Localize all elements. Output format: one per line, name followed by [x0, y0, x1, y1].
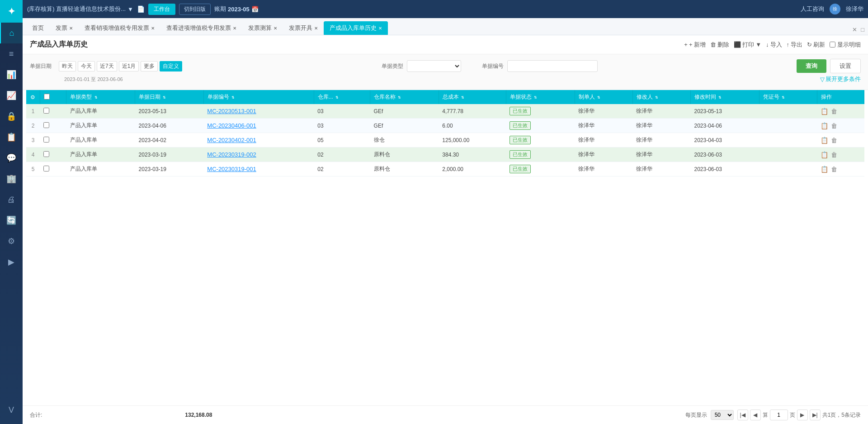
first-page-btn[interactable]: |◀	[737, 410, 748, 420]
doc-type-select[interactable]	[407, 60, 461, 72]
edit-icon-4[interactable]: 📋	[821, 151, 828, 158]
sidebar-item-version[interactable]: V	[0, 400, 23, 420]
content-area: 产成品入库单历史 + + 新增 🗑 删除 ⬛ 打印 ▼ ↓ 导入	[23, 35, 868, 424]
th-creator[interactable]: 制单人 ⇅	[575, 90, 632, 104]
tab-invoice[interactable]: 发票 ✕	[50, 21, 79, 35]
page-size-select[interactable]: 50 100	[711, 410, 734, 420]
row-no-5[interactable]: MC-20230319-001	[203, 162, 314, 176]
delete-icon-4[interactable]: 🗑	[831, 151, 837, 158]
th-modifier[interactable]: 修改人 ⇅	[632, 90, 690, 104]
tab-product-history-close[interactable]: ✕	[378, 26, 382, 31]
row-checkbox-4[interactable]	[40, 148, 66, 162]
row-num-5: 5	[26, 162, 40, 176]
next-page-btn[interactable]: ▶	[797, 410, 808, 420]
show-detail-checkbox[interactable]: 显示明细	[830, 41, 861, 49]
th-checkbox[interactable]	[40, 90, 66, 104]
th-voucher-no[interactable]: 凭证号 ⇅	[759, 90, 817, 104]
row-checkbox-1[interactable]	[40, 104, 66, 119]
sidebar-item-list[interactable]: 📋	[0, 127, 23, 148]
th-warehouse-name[interactable]: 仓库名称 ⇅	[370, 90, 439, 104]
new-button[interactable]: + + 新增	[684, 41, 706, 49]
th-doc-type[interactable]: 单据类型 ⇅	[66, 90, 135, 104]
workspace-button[interactable]: 工作台	[148, 4, 175, 15]
import-button[interactable]: ↓ 导入	[766, 41, 782, 49]
th-doc-date[interactable]: 单据日期 ⇅	[135, 90, 204, 104]
row-no-3[interactable]: MC-20230402-001	[203, 133, 314, 148]
date-btn-today[interactable]: 今天	[78, 61, 95, 71]
row-creator-2: 徐泽华	[575, 119, 632, 133]
sidebar-item-print[interactable]: 🖨	[0, 189, 23, 210]
header-actions: + + 新增 🗑 删除 ⬛ 打印 ▼ ↓ 导入 ↑	[684, 41, 861, 49]
delete-button[interactable]: 🗑 删除	[710, 41, 729, 49]
date-btn-7days[interactable]: 近7天	[97, 61, 117, 71]
sidebar-item-menu[interactable]: ≡	[0, 43, 23, 64]
last-page-btn[interactable]: ▶|	[810, 410, 821, 420]
sidebar-item-home[interactable]: ⌂	[0, 23, 23, 43]
setting-button[interactable]: 设置	[830, 59, 861, 73]
tab-invoice-calc-close[interactable]: ✕	[274, 26, 277, 31]
row-no-4[interactable]: MC-20230319-002	[203, 148, 314, 162]
tab-invoice-calc[interactable]: 发票测算 ✕	[242, 21, 283, 35]
refresh-button[interactable]: ↻ 刷新	[807, 41, 825, 49]
date-btn-yesterday[interactable]: 昨天	[59, 61, 76, 71]
print-button[interactable]: ⬛ 打印 ▼	[734, 41, 761, 49]
tab-purchase-vat[interactable]: 查看进项增值税专用发票 ✕	[160, 21, 242, 35]
query-button[interactable]: 查询	[797, 59, 826, 73]
row-checkbox-2[interactable]	[40, 119, 66, 133]
delete-icon-3[interactable]: 🗑	[831, 137, 837, 144]
edit-icon-3[interactable]: 📋	[821, 137, 828, 144]
delete-icon-5[interactable]: 🗑	[831, 166, 837, 173]
close-all-tabs-btn[interactable]: ✕	[852, 26, 857, 33]
tab-invoice-issue[interactable]: 发票开具 ✕	[283, 21, 324, 35]
sidebar-item-play[interactable]: ▶	[0, 252, 23, 272]
sidebar-item-chat[interactable]: 💬	[0, 148, 23, 168]
edit-icon-1[interactable]: 📋	[821, 108, 828, 115]
row-checkbox-5[interactable]	[40, 162, 66, 176]
date-btn-custom[interactable]: 自定义	[160, 61, 182, 71]
sidebar-item-lock[interactable]: 🔒	[0, 106, 23, 127]
row-ops-1: 📋 🗑	[817, 104, 864, 119]
row-checkbox-3[interactable]	[40, 133, 66, 148]
tab-home[interactable]: 首页	[26, 21, 50, 35]
sidebar-item-chart[interactable]: 📊	[0, 64, 23, 85]
tab-purchase-vat-close[interactable]: ✕	[233, 26, 236, 31]
tab-sales-vat-close[interactable]: ✕	[151, 26, 155, 31]
sidebar-item-settings[interactable]: ⚙	[0, 231, 23, 252]
expand-more-btn[interactable]: ▽ 展开更多条件	[820, 75, 861, 83]
delete-icon-2[interactable]: 🗑	[831, 122, 837, 129]
tab-invoice-issue-close[interactable]: ✕	[314, 26, 318, 31]
date-btn-1month[interactable]: 近1月	[119, 61, 139, 71]
show-detail-input[interactable]	[830, 42, 835, 48]
print-dropdown-icon[interactable]: ▼	[755, 41, 761, 48]
sidebar-item-sync[interactable]: 🔄	[0, 210, 23, 231]
doc-no-input[interactable]	[507, 60, 598, 72]
date-btn-more[interactable]: 更多	[141, 61, 158, 71]
calendar-icon[interactable]: 📅	[251, 6, 259, 13]
row-no-1[interactable]: MC-20230513-001	[203, 104, 314, 119]
th-settings[interactable]: ⚙	[26, 90, 40, 104]
edit-icon-2[interactable]: 📋	[821, 122, 828, 129]
consult-btn[interactable]: 人工咨询	[801, 5, 824, 13]
delete-icon-1[interactable]: 🗑	[831, 108, 837, 115]
prev-page-btn[interactable]: ◀	[750, 410, 761, 420]
company-selector[interactable]: (库存核算) 直播轻途通信息技术股份... ▼	[27, 5, 133, 13]
th-total-cost[interactable]: 总成本 ⇅	[439, 90, 506, 104]
th-warehouse-code[interactable]: 仓库... ⇅	[314, 90, 370, 104]
th-doc-no[interactable]: 单据编号 ⇅	[203, 90, 314, 104]
th-status[interactable]: 单据状态 ⇅	[506, 90, 575, 104]
select-all-checkbox[interactable]	[44, 94, 50, 100]
row-date-5: 2023-03-19	[135, 162, 204, 176]
tab-invoice-close[interactable]: ✕	[69, 26, 73, 31]
maximize-btn[interactable]: □	[861, 26, 864, 33]
doc-type-label: 单据类型	[382, 62, 403, 70]
th-modify-time[interactable]: 修改时间 ⇅	[691, 90, 760, 104]
tab-sales-vat[interactable]: 查看销项增值税专用发票 ✕	[79, 21, 160, 35]
switch-version-button[interactable]: 切到旧版	[179, 4, 211, 15]
sidebar-item-building[interactable]: 🏢	[0, 168, 23, 189]
row-no-2[interactable]: MC-20230406-001	[203, 119, 314, 133]
sidebar-item-analytics[interactable]: 📈	[0, 85, 23, 106]
edit-icon-5[interactable]: 📋	[821, 166, 828, 173]
page-number-input[interactable]	[770, 410, 788, 420]
export-button[interactable]: ↑ 导出	[787, 41, 803, 49]
tab-product-history[interactable]: 产成品入库单历史 ✕	[324, 21, 388, 35]
